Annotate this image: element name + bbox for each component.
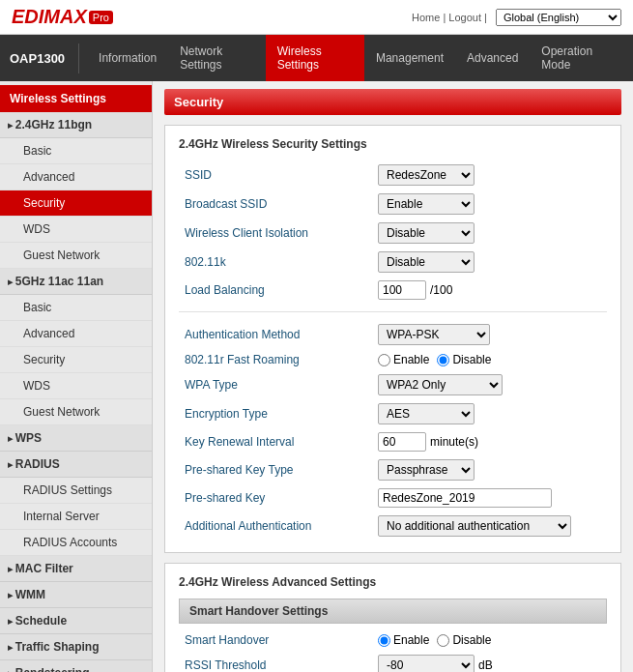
- security-form-table2: Authentication Method WPA-PSK WPA-Enterp…: [179, 320, 607, 541]
- nav-network-settings[interactable]: Network Settings: [168, 35, 266, 81]
- encryption-row: Encryption Type AES TKIP TKIP+AES: [179, 399, 607, 428]
- key-renewal-input-group: minute(s): [378, 432, 601, 452]
- sidebar-item-wps[interactable]: WPS: [0, 425, 152, 452]
- sidebar-item-schedule[interactable]: Schedule: [0, 608, 152, 634]
- sidebar-item-wds-5[interactable]: WDS: [0, 373, 152, 399]
- auth-method-select[interactable]: WPA-PSK WPA-Enterprise WEP Open System: [378, 324, 490, 345]
- smart-handover-enable-text: Enable: [393, 633, 429, 647]
- ssid-row: SSID RedesZone: [179, 161, 607, 190]
- preshared-key-label: Pre-shared Key: [179, 484, 372, 511]
- smart-handover-disable-radio[interactable]: [437, 634, 449, 647]
- dot11k-label: 802.11k: [179, 248, 372, 277]
- smart-handover-disable-label[interactable]: Disable: [437, 633, 491, 647]
- header-links: Home | Logout | Global (English) Chinese…: [412, 9, 621, 26]
- sidebar-item-traffic-shaping[interactable]: Traffic Shaping: [0, 634, 152, 660]
- ssid-select[interactable]: RedesZone: [378, 164, 475, 186]
- sidebar-item-radius-accounts[interactable]: RADIUS Accounts: [0, 530, 152, 556]
- nav-operation-mode[interactable]: Operation Mode: [530, 35, 623, 81]
- security-form-table: SSID RedesZone Broadcast SSID Enable Dis…: [179, 161, 607, 304]
- sidebar-item-24ghz[interactable]: 2.4GHz 11bgn: [0, 112, 152, 138]
- sidebar-item-radius[interactable]: RADIUS: [0, 452, 152, 478]
- nav-advanced[interactable]: Advanced: [455, 42, 530, 74]
- preshared-key-row: Pre-shared Key: [179, 484, 607, 511]
- sidebar-item-guest-5[interactable]: Guest Network: [0, 399, 152, 425]
- sidebar-item-guest-24[interactable]: Guest Network: [0, 243, 152, 269]
- sidebar-item-wds-24[interactable]: WDS: [0, 217, 152, 243]
- sidebar-item-basic-24[interactable]: Basic: [0, 138, 152, 164]
- load-balancing-input[interactable]: [378, 280, 426, 300]
- fast-roaming-disable-label[interactable]: Disable: [437, 353, 491, 366]
- language-select[interactable]: Global (English) Chinese (Traditional) C…: [496, 9, 621, 26]
- smart-handover-enable-label[interactable]: Enable: [378, 633, 429, 647]
- preshared-key-input[interactable]: [378, 488, 552, 508]
- smart-handover-label: Smart Handover: [179, 629, 372, 651]
- smart-handover-radio-group: Enable Disable: [378, 633, 601, 647]
- logo-edimax: EDIMAX: [12, 6, 87, 28]
- preshared-key-type-row: Pre-shared Key Type Passphrase Hex: [179, 455, 607, 484]
- navbar: OAP1300 Information Network Settings Wir…: [0, 35, 633, 81]
- additional-auth-select[interactable]: No additional authentication RADIUS MAC …: [378, 515, 571, 537]
- sidebar-item-radius-settings[interactable]: RADIUS Settings: [0, 478, 152, 504]
- sidebar-item-5ghz[interactable]: 5GHz 11ac 11an: [0, 269, 152, 295]
- fast-roaming-row: 802.11r Fast Roaming Enable Disable: [179, 349, 607, 370]
- wpa-type-label: WPA Type: [179, 370, 372, 399]
- logout-link[interactable]: Logout: [448, 12, 481, 23]
- additional-auth-row: Additional Authentication No additional …: [179, 511, 607, 541]
- sidebar-item-mac-filter[interactable]: MAC Filter: [0, 556, 152, 582]
- sidebar: Wireless Settings 2.4GHz 11bgn Basic Adv…: [0, 81, 153, 672]
- smart-handover-enable-radio[interactable]: [378, 634, 390, 647]
- sidebar-item-security-5[interactable]: Security: [0, 347, 152, 373]
- rssi-input-group: -80 -70 -75 -85 -90 dB: [378, 655, 601, 672]
- ssid-label: SSID: [179, 161, 372, 190]
- home-link[interactable]: Home: [412, 12, 440, 23]
- key-renewal-label: Key Renewal Interval: [179, 428, 372, 455]
- sidebar-item-bandsteering[interactable]: Bandsteering: [0, 660, 152, 672]
- broadcast-ssid-row: Broadcast SSID Enable Disable: [179, 190, 607, 219]
- dot11k-select[interactable]: Disable Enable: [378, 251, 475, 273]
- load-balancing-max: /100: [430, 283, 452, 297]
- advanced-form-table: Smart Handover Enable Disable: [179, 629, 607, 672]
- wpa-type-select[interactable]: WPA2 Only WPA Only WPA/WPA2 Mixed: [378, 374, 503, 395]
- separator2: |: [484, 12, 490, 23]
- sidebar-item-basic-5[interactable]: Basic: [0, 295, 152, 321]
- panel2-title: 2.4GHz Wireless Advanced Settings: [179, 575, 607, 589]
- fast-roaming-enable-label[interactable]: Enable: [378, 353, 429, 366]
- fast-roaming-enable-radio[interactable]: [378, 354, 390, 366]
- additional-auth-label: Additional Authentication: [179, 511, 372, 541]
- sidebar-item-advanced-5[interactable]: Advanced: [0, 321, 152, 347]
- fast-roaming-radio-group: Enable Disable: [378, 353, 601, 366]
- broadcast-ssid-select[interactable]: Enable Disable: [378, 193, 475, 215]
- nav-wireless-settings[interactable]: Wireless Settings: [266, 35, 364, 81]
- sidebar-item-internal-server[interactable]: Internal Server: [0, 504, 152, 530]
- wireless-client-isolation-select[interactable]: Disable Enable: [378, 222, 475, 244]
- sidebar-item-security-24[interactable]: Security: [0, 190, 152, 217]
- nav-information[interactable]: Information: [87, 42, 168, 74]
- rssi-threshold-label: RSSI Threshold: [179, 651, 372, 672]
- nav-management[interactable]: Management: [364, 42, 455, 74]
- sidebar-title: Wireless Settings: [0, 85, 152, 112]
- key-renewal-row: Key Renewal Interval minute(s): [179, 428, 607, 455]
- sidebar-item-wmm[interactable]: WMM: [0, 582, 152, 608]
- smart-handover-row: Smart Handover Enable Disable: [179, 629, 607, 651]
- key-renewal-input[interactable]: [378, 432, 426, 452]
- main-container: Wireless Settings 2.4GHz 11bgn Basic Adv…: [0, 81, 633, 672]
- content: Security 2.4GHz Wireless Security Settin…: [153, 81, 633, 672]
- wireless-client-isolation-label: Wireless Client Isolation: [179, 219, 372, 248]
- preshared-key-type-select[interactable]: Passphrase Hex: [378, 459, 475, 481]
- broadcast-ssid-label: Broadcast SSID: [179, 190, 372, 219]
- wpa-type-row: WPA Type WPA2 Only WPA Only WPA/WPA2 Mix…: [179, 370, 607, 399]
- smart-handover-disable-text: Disable: [452, 633, 491, 647]
- fast-roaming-disable-radio[interactable]: [437, 354, 449, 366]
- fast-roaming-disable-text: Disable: [452, 353, 491, 366]
- security-settings-panel: 2.4GHz Wireless Security Settings SSID R…: [164, 125, 621, 553]
- auth-method-row: Authentication Method WPA-PSK WPA-Enterp…: [179, 320, 607, 349]
- encryption-select[interactable]: AES TKIP TKIP+AES: [378, 403, 475, 424]
- key-renewal-unit: minute(s): [430, 435, 478, 449]
- sidebar-item-advanced-24[interactable]: Advanced: [0, 164, 152, 190]
- navbar-brand: OAP1300: [10, 44, 79, 73]
- rssi-threshold-select[interactable]: -80 -70 -75 -85 -90: [378, 655, 475, 672]
- logo: EDIMAX Pro: [12, 6, 113, 28]
- wireless-client-isolation-row: Wireless Client Isolation Disable Enable: [179, 219, 607, 248]
- rssi-threshold-row: RSSI Threshold -80 -70 -75 -85 -90 dB: [179, 651, 607, 672]
- load-balancing-label: Load Balancing: [179, 277, 372, 304]
